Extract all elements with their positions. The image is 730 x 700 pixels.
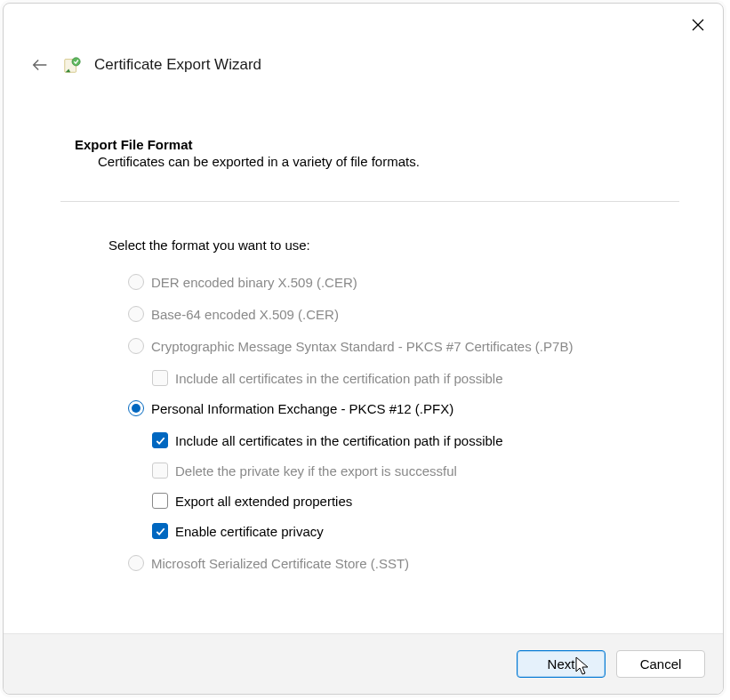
back-button[interactable] — [30, 55, 50, 75]
radio-der-label: DER encoded binary X.509 (.CER) — [151, 275, 357, 290]
radio-pfx-input[interactable] — [128, 400, 144, 416]
radio-base64-label: Base-64 encoded X.509 (.CER) — [151, 307, 339, 322]
checkbox-pfx-include-all-input[interactable] — [152, 432, 168, 448]
radio-pkcs7: Cryptographic Message Syntax Standard - … — [128, 336, 665, 356]
checkbox-pkcs7-include-all-input — [152, 370, 168, 386]
divider — [60, 201, 679, 202]
wizard-footer: Next Cancel — [4, 633, 723, 694]
checkbox-pkcs7-include-all-label: Include all certificates in the certific… — [175, 371, 503, 386]
close-button[interactable] — [689, 16, 707, 34]
checkbox-pfx-cert-privacy-input[interactable] — [152, 523, 168, 539]
radio-base64: Base-64 encoded X.509 (.CER) — [128, 304, 665, 324]
checkbox-pfx-delete-key-label: Delete the private key if the export is … — [175, 463, 457, 479]
checkbox-pfx-export-ext[interactable]: Export all extended properties — [152, 491, 665, 511]
radio-sst-label: Microsoft Serialized Certificate Store (… — [151, 556, 409, 571]
radio-der: DER encoded binary X.509 (.CER) — [128, 272, 665, 292]
checkbox-pfx-delete-key: Delete the private key if the export is … — [152, 461, 665, 480]
checkbox-pfx-cert-privacy[interactable]: Enable certificate privacy — [152, 521, 665, 541]
format-options: DER encoded binary X.509 (.CER) Base-64 … — [128, 272, 665, 573]
radio-pkcs7-label: Cryptographic Message Syntax Standard - … — [151, 339, 573, 354]
checkbox-pfx-cert-privacy-label: Enable certificate privacy — [175, 524, 324, 539]
radio-pfx[interactable]: Personal Information Exchange - PKCS #12… — [128, 398, 665, 418]
checkbox-pkcs7-include-all: Include all certificates in the certific… — [152, 368, 665, 388]
format-instruction: Select the format you want to use: — [108, 237, 665, 253]
radio-pfx-label: Personal Information Exchange - PKCS #12… — [151, 401, 453, 416]
check-icon — [155, 435, 166, 447]
certificate-wizard-icon — [62, 55, 82, 75]
wizard-content: Export File Format Certificates can be e… — [4, 84, 723, 633]
wizard-title: Certificate Export Wizard — [94, 56, 261, 74]
radio-pkcs7-input — [128, 338, 144, 354]
section-description: Certificates can be exported in a variet… — [75, 154, 665, 169]
checkbox-pfx-include-all-label: Include all certificates in the certific… — [175, 433, 503, 448]
checkbox-pfx-export-ext-input[interactable] — [152, 493, 168, 509]
svg-point-3 — [72, 58, 80, 66]
next-button[interactable]: Next — [517, 650, 606, 678]
radio-sst-input — [128, 555, 144, 571]
checkbox-pfx-export-ext-label: Export all extended properties — [175, 494, 352, 509]
checkbox-pfx-include-all[interactable]: Include all certificates in the certific… — [152, 430, 665, 450]
radio-der-input — [128, 274, 144, 290]
wizard-header: Certificate Export Wizard — [4, 4, 723, 84]
cancel-button[interactable]: Cancel — [616, 650, 705, 678]
wizard-window: Certificate Export Wizard Export File Fo… — [3, 3, 724, 695]
arrow-left-icon — [30, 55, 50, 75]
checkbox-pfx-delete-key-input — [152, 463, 168, 479]
check-icon — [155, 526, 166, 537]
close-icon — [692, 19, 704, 31]
radio-sst: Microsoft Serialized Certificate Store (… — [128, 553, 665, 573]
radio-base64-input — [128, 306, 144, 322]
section-title: Export File Format — [75, 137, 665, 152]
